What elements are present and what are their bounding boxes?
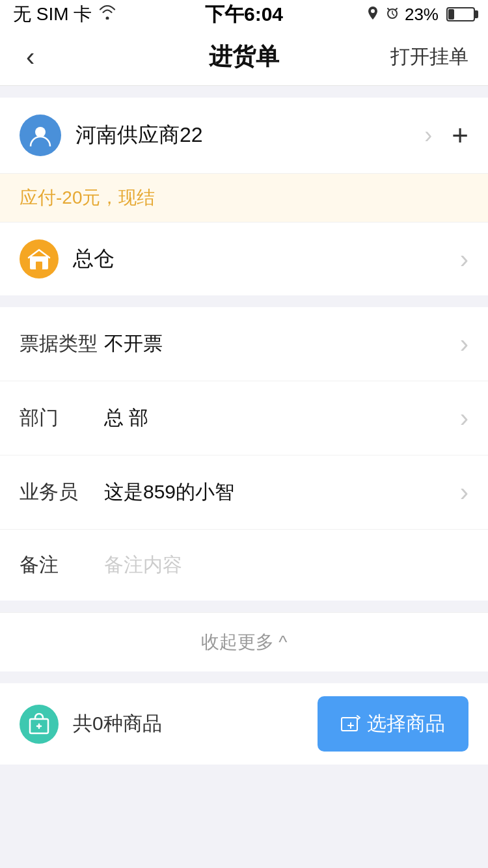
product-icon [20, 705, 59, 744]
page-title: 进货单 [209, 41, 279, 73]
battery-percent: 23% [405, 5, 439, 25]
status-bar: 无 SIM 卡 下午6:04 23% [0, 0, 488, 29]
supplier-avatar [20, 115, 61, 156]
supplier-row[interactable]: 河南供应商22 › + [0, 98, 488, 174]
section-divider-1 [0, 86, 488, 98]
collapse-button[interactable]: 收起更多 ^ [0, 612, 488, 671]
field-row-salesperson[interactable]: 业务员 这是859的小智 [0, 455, 488, 530]
svg-rect-3 [36, 262, 42, 269]
invoice-chevron-icon [460, 329, 468, 359]
location-icon [366, 5, 380, 25]
alarm-icon [385, 5, 400, 25]
nav-bar: ‹ 进货单 打开挂单 [0, 29, 488, 86]
add-supplier-button[interactable]: + [452, 119, 468, 152]
select-product-label: 选择商品 [367, 711, 445, 737]
field-row-remark[interactable]: 备注 备注内容 [0, 530, 488, 601]
warehouse-chevron-icon [460, 245, 468, 274]
status-time: 下午6:04 [205, 1, 283, 28]
bottom-bar: 共0种商品 选择商品 [0, 683, 488, 765]
supplier-section: 河南供应商22 › + 应付-20元，现结 总仓 [0, 98, 488, 295]
svg-rect-5 [342, 718, 357, 731]
product-count: 共0种商品 [73, 711, 318, 737]
supplier-name: 河南供应商22 [75, 121, 424, 150]
field-value-sales: 这是859的小智 [104, 479, 460, 506]
field-label-remark: 备注 [20, 552, 104, 578]
field-label-invoice: 票据类型 [20, 331, 104, 357]
field-label-sales: 业务员 [20, 479, 104, 506]
carrier-text: 无 SIM 卡 [13, 2, 92, 27]
field-value-invoice: 不开票 [104, 331, 460, 357]
wifi-icon [98, 5, 116, 23]
field-value-remark[interactable]: 备注内容 [104, 552, 468, 578]
supplier-chevron-icon: › [424, 122, 432, 149]
field-row-department[interactable]: 部门 总 部 [0, 381, 488, 455]
battery-icon [446, 7, 475, 21]
sales-chevron-icon [460, 478, 468, 507]
field-row-invoice-type[interactable]: 票据类型 不开票 [0, 307, 488, 381]
warehouse-row[interactable]: 总仓 [0, 222, 488, 295]
warehouse-icon [20, 239, 59, 278]
dept-chevron-icon [460, 403, 468, 433]
select-product-button[interactable]: 选择商品 [318, 696, 468, 752]
notice-banner: 应付-20元，现结 [0, 174, 488, 222]
svg-point-1 [35, 127, 46, 137]
open-pending-button[interactable]: 打开挂单 [390, 44, 468, 70]
collapse-label: 收起更多 ^ [201, 632, 288, 652]
status-left: 无 SIM 卡 [13, 2, 116, 27]
back-button[interactable]: ‹ [20, 36, 41, 78]
status-right: 23% [366, 5, 475, 25]
field-label-dept: 部门 [20, 405, 104, 431]
field-value-dept: 总 部 [104, 405, 460, 431]
notice-text: 应付-20元，现结 [20, 187, 155, 208]
fields-section: 票据类型 不开票 部门 总 部 业务员 这是859的小智 备注 备注内容 [0, 307, 488, 601]
warehouse-name: 总仓 [73, 245, 460, 273]
